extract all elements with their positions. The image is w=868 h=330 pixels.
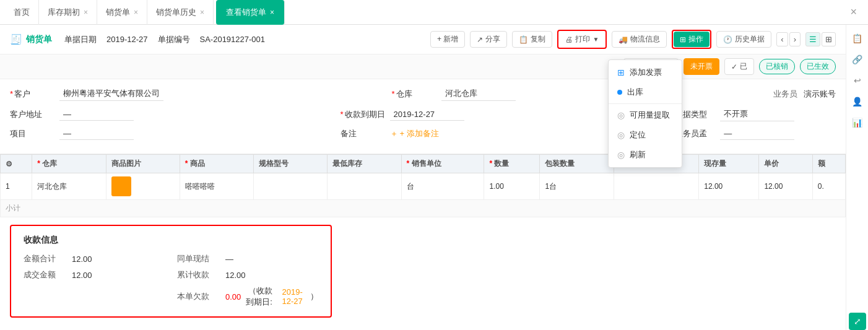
same-order-item: 同单现结 — (177, 253, 318, 264)
tab-sales-history[interactable]: 销货单历史 × (147, 0, 214, 25)
tab-inventory[interactable]: 库存期初 × (39, 0, 97, 25)
col-amount: 额 (812, 155, 845, 173)
add-note-icon: ＋ (390, 128, 398, 139)
accumulated-value: 12.00 (225, 271, 246, 280)
share-button[interactable]: ↗ 分享 (470, 31, 507, 48)
sidebar-return-icon[interactable]: ↩ (849, 72, 866, 89)
number-value: SA-20191227-001 (200, 35, 266, 44)
row-pack-qty: 1台 (540, 173, 614, 200)
tab-view-sales-close[interactable]: × (270, 8, 274, 17)
dropdown-outbound[interactable]: 出库 (609, 82, 682, 102)
salesperson-value[interactable]: — (720, 128, 794, 140)
table-header-row: ⚙ * 仓库 商品图片 * 商品 规格型号 最低库存 * 销售单位 * 数量 包… (1, 155, 846, 173)
form-row-1: 客户 柳州粤港平安气体有限公司 仓库 河北仓库 业务员 演示账号 (10, 87, 836, 101)
accumulated-label: 累计收款 (177, 269, 220, 280)
grid-view-icon[interactable]: ⊞ (822, 32, 836, 46)
col-min-stock: 最低库存 (328, 155, 401, 173)
print-label: 打印 (575, 34, 590, 45)
warehouse-label: 仓库 (392, 89, 441, 100)
col-warehouse: * 仓库 (32, 155, 106, 173)
tab-view-sales[interactable]: 查看销货单 × (216, 0, 285, 25)
table-row: 1 河北仓库 嗒嗒嗒嗒 台 1.00 1台 12.00 12.00 (1, 173, 846, 200)
payment-date-value[interactable]: 2019-12-27 (390, 108, 464, 121)
dropdown-available[interactable]: ◎ 可用量提取 (609, 105, 682, 125)
doc-actions: + 新增 ↗ 分享 📋 复制 🖨 打印 ▼ 🚚 (430, 30, 836, 49)
sidebar-doc-icon[interactable]: 📋 (849, 30, 866, 47)
doc-header: 🧾 销货单 单据日期 2019-12-27 单据编号 SA-20191227-0… (0, 25, 846, 54)
not-open-label: 未开票 (690, 61, 713, 72)
operate-label: 操作 (688, 34, 703, 45)
list-view-icon[interactable]: ☰ (805, 32, 820, 46)
form-section: 客户 柳州粤港平安气体有限公司 仓库 河北仓库 业务员 演示账号 客户地址 — (0, 79, 846, 154)
prev-arrow[interactable]: ‹ (776, 32, 788, 46)
dropdown-refresh[interactable]: ◎ 刷新 (609, 145, 682, 165)
doc-type-label: 销货单 (26, 34, 52, 45)
dot-blue-icon (617, 90, 622, 95)
customer-value[interactable]: 柳州粤港平安气体有限公司 (59, 87, 163, 101)
print-button[interactable]: 🖨 打印 ▼ (559, 32, 605, 47)
payment-section: 收款信息 金额合计 12.00 同单现结 — 成交金额 12.00 累计收款 1… (10, 225, 332, 318)
col-product: * 商品 (180, 155, 253, 173)
payment-date-field: 收款到期日 2019-12-27 (341, 108, 506, 121)
row-image (106, 173, 180, 200)
owed-value: 0.00 (225, 292, 241, 302)
new-button[interactable]: + 新增 (430, 31, 465, 48)
accumulated-item: 累计收款 12.00 (177, 269, 318, 280)
tab-bar: 首页 库存期初 × 销货单 × 销货单历史 × 查看销货单 × × (0, 0, 868, 25)
gear-icon[interactable]: ⚙ (6, 160, 12, 168)
add-note-button[interactable]: ＋ + 添加备注 (390, 128, 439, 139)
toolbar-row: 📱 来自手机 未开票 ✓ 已 已核销 已生效 (0, 54, 846, 79)
doc-title: 🧾 销货单 (10, 33, 52, 45)
same-order-label: 同单现结 (177, 253, 220, 264)
sidebar-expand-icon[interactable]: ⤢ (849, 313, 866, 330)
history-button[interactable]: 🕐 历史单据 (716, 31, 771, 48)
row-product: 嗒嗒嗒嗒 (180, 173, 253, 200)
customer-field: 客户 柳州粤港平安气体有限公司 (10, 87, 201, 101)
content-area: 🧾 销货单 单据日期 2019-12-27 单据编号 SA-20191227-0… (0, 25, 846, 318)
dropdown-locate[interactable]: ◎ 定位 (609, 125, 682, 145)
sidebar-chart-icon[interactable]: 📊 (849, 114, 866, 131)
tab-sales-close[interactable]: × (134, 8, 138, 17)
check-button[interactable]: ✓ 已 (724, 58, 754, 75)
ticket-value[interactable]: 不开票 (720, 107, 794, 121)
doc-meta: 单据日期 2019-12-27 单据编号 SA-20191227-001 (64, 34, 265, 45)
tab-home[interactable]: 首页 (5, 0, 39, 25)
logistics-label: 物流信息 (630, 34, 660, 45)
add-note-label: + 添加备注 (400, 128, 439, 139)
tab-inventory-close[interactable]: × (84, 8, 88, 17)
salesperson-field: 业务员孟 — (671, 128, 836, 140)
product-image (111, 176, 131, 196)
row-warehouse: 河北仓库 (32, 173, 106, 200)
staff-field: 业务员 演示账号 (773, 89, 836, 100)
tab-sales-history-close[interactable]: × (200, 8, 204, 17)
tab-sales-history-label: 销货单历史 (156, 7, 196, 18)
address-value[interactable]: — (59, 108, 134, 121)
sidebar-link-icon[interactable]: 🔗 (849, 51, 866, 68)
history-label: 历史单据 (735, 34, 765, 45)
operate-dropdown: ⊞ 添加发票 出库 ◎ 可用量提取 ◎ 定位 ◎ 刷新 (608, 59, 682, 168)
row-no: 1 (1, 173, 32, 200)
window-close-button[interactable]: × (844, 6, 863, 19)
owed-label: 本单欠款 (177, 291, 220, 302)
operate-icon: ⊞ (680, 35, 686, 44)
col-gear: ⚙ (1, 155, 32, 173)
note-label: 备注 (341, 128, 390, 139)
form-row-2: 客户地址 — 收款到期日 2019-12-27 票据类型 不开票 (10, 107, 836, 121)
not-open-button[interactable]: 未开票 (684, 58, 719, 75)
copy-label: 复制 (531, 34, 545, 45)
col-pack-qty: 包装数量 (540, 155, 614, 173)
logistics-icon: 🚚 (618, 35, 628, 44)
operate-button[interactable]: ⊞ 操作 (674, 32, 710, 47)
project-value[interactable]: — (59, 128, 134, 140)
tab-sales[interactable]: 销货单 × (97, 0, 147, 25)
next-arrow[interactable]: › (789, 32, 801, 46)
circle-icon-1: ◎ (617, 110, 625, 120)
warehouse-value[interactable]: 河北仓库 (441, 87, 516, 101)
payment-title: 收款信息 (24, 235, 318, 246)
tab-inventory-label: 库存期初 (48, 7, 80, 18)
dropdown-add-invoice[interactable]: ⊞ 添加发票 (609, 63, 682, 82)
sidebar-user-icon[interactable]: 👤 (849, 93, 866, 110)
subtotal-label: 小计 (1, 200, 846, 217)
logistics-button[interactable]: 🚚 物流信息 (612, 31, 667, 48)
copy-button[interactable]: 📋 复制 (512, 31, 552, 48)
